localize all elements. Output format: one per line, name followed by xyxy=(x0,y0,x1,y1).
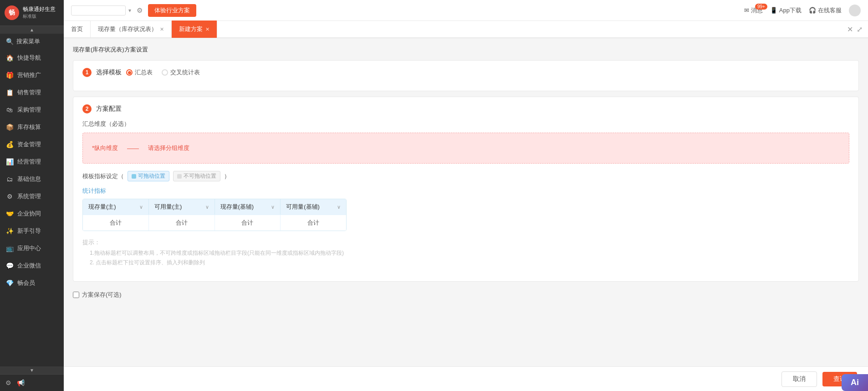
headset-icon: 🎧 xyxy=(809,7,816,14)
nav-label-10: 企业协同 xyxy=(17,210,41,218)
sidebar-nav: 🏠 快捷导航 🎁 营销推广 📋 销售管理 🛍 采购管理 📦 库存核算 💰 资金管… xyxy=(0,49,64,366)
sidebar-logo: 畅 畅康通好生意 标准版 xyxy=(0,0,64,26)
radio-cross-circle xyxy=(162,69,168,76)
stats-col-3[interactable]: 可用量(基辅) ∨ xyxy=(281,199,346,215)
radio-cross[interactable]: 交叉统计表 xyxy=(162,68,200,77)
close-icon[interactable]: ✕ xyxy=(847,25,853,34)
sidebar-item-member[interactable]: 💎 畅会员 xyxy=(0,274,64,292)
cancel-button[interactable]: 取消 xyxy=(781,371,817,387)
topbar-app-download[interactable]: 📱 App下载 xyxy=(770,6,802,15)
stats-col-2[interactable]: 现存量(基辅) ∨ xyxy=(215,199,281,215)
app-edition: 标准版 xyxy=(23,13,56,20)
service-label: 在线客服 xyxy=(818,6,842,15)
inventory-icon: 📦 xyxy=(5,123,14,131)
template-settings: 模板指标设定（ 可拖动位置 不可拖动位置 ） xyxy=(82,171,849,181)
home-icon: 🏠 xyxy=(5,54,14,62)
gift-icon: 🎁 xyxy=(5,71,14,79)
topbar-service[interactable]: 🎧 在线客服 xyxy=(809,6,842,15)
save-checkbox[interactable] xyxy=(73,292,79,298)
sidebar-item-operations[interactable]: 📊 经营管理 xyxy=(0,153,64,170)
topbar-user[interactable] xyxy=(849,5,861,16)
sidebar-item-search[interactable]: 🔍 搜索菜单 xyxy=(0,34,64,49)
app-label: App下载 xyxy=(779,6,802,15)
operations-icon: 📊 xyxy=(5,158,14,166)
tab-home[interactable]: 首页 xyxy=(64,21,91,38)
sidebar-item-sales[interactable]: 📋 销售管理 xyxy=(0,84,64,101)
stats-col-1[interactable]: 可用量(主) ∨ xyxy=(149,199,215,215)
sidebar-item-appcenter[interactable]: 📺 应用中心 xyxy=(0,240,64,257)
topbar-dropdown-icon[interactable]: ▾ xyxy=(128,7,131,14)
radio-cross-label: 交叉统计表 xyxy=(170,68,200,77)
dimension-picker[interactable]: *纵向维度 —— 请选择分组维度 xyxy=(82,133,849,164)
main-area: ▾ ⚙ 体验行业方案 ✉ 消息 99+ 📱 App下载 🎧 在线客服 xyxy=(64,0,868,391)
stats-col-2-chevron[interactable]: ∨ xyxy=(271,204,275,210)
config-section: 汇总维度（必选） *纵向维度 —— 请选择分组维度 模板指标设定（ 可拖动位置 xyxy=(82,120,849,267)
sidebar-item-inventory[interactable]: 📦 库存核算 xyxy=(0,118,64,136)
message-icon: ✉ xyxy=(744,7,749,14)
speaker-icon[interactable]: 📢 xyxy=(17,379,25,386)
dimension-required-text: *纵向维度 xyxy=(92,144,118,152)
sidebar-item-enterprise[interactable]: 🤝 企业协同 xyxy=(0,205,64,222)
topbar-search-input[interactable] xyxy=(71,5,126,15)
tab-inventory-label: 现存量（库存状况表） xyxy=(98,25,157,33)
template-settings-text: 模板指标设定（ xyxy=(82,172,124,180)
topbar-gear-icon[interactable]: ⚙ xyxy=(137,6,143,15)
immovable-badge: 不可拖动位置 xyxy=(173,171,220,181)
close-paren: ） xyxy=(224,172,230,180)
tips-section: 提示： 1.拖动标题栏可以调整布局，不可跨维度或指标区域拖动栏目字段(只能在同一… xyxy=(82,238,849,267)
stats-section-label: 统计指标 xyxy=(82,187,849,195)
sidebar-item-basicinfo[interactable]: 🗂 基础信息 xyxy=(0,170,64,188)
stats-col-1-chevron[interactable]: ∨ xyxy=(205,204,209,210)
stats-cell-1: 合计 xyxy=(149,215,215,231)
sidebar-item-sysadmin[interactable]: ⚙ 系统管理 xyxy=(0,188,64,205)
tab-inventory-close[interactable]: ✕ xyxy=(160,26,164,32)
nav-label-1: 快捷导航 xyxy=(17,54,41,62)
radio-summary[interactable]: 汇总表 xyxy=(126,68,153,77)
sidebar-item-guide[interactable]: ✨ 新手引导 xyxy=(0,222,64,240)
sidebar-item-quicknav[interactable]: 🏠 快捷导航 xyxy=(0,49,64,67)
sidebar-item-wechat[interactable]: 💬 企业微信 xyxy=(0,257,64,274)
topbar-msg[interactable]: ✉ 消息 99+ xyxy=(744,6,763,15)
stats-col-0-chevron[interactable]: ∨ xyxy=(139,204,143,210)
template-radio-group: 汇总表 交叉统计表 xyxy=(126,68,200,77)
step1-label: 选择模板 xyxy=(96,68,122,77)
tab-expand-controls: ✕ ⤢ xyxy=(842,25,868,34)
member-icon: 💎 xyxy=(5,279,14,287)
trial-button[interactable]: 体验行业方案 xyxy=(148,4,196,17)
immovable-dot xyxy=(177,174,182,179)
settings-icon[interactable]: ⚙ xyxy=(5,379,11,386)
scroll-down[interactable]: ▼ xyxy=(0,366,64,374)
sidebar-item-finance[interactable]: 💰 资金管理 xyxy=(0,136,64,153)
nav-label-4: 采购管理 xyxy=(17,106,41,114)
step2-num: 2 xyxy=(82,104,92,113)
sysadmin-icon: ⚙ xyxy=(5,192,14,201)
movable-dot xyxy=(132,174,136,179)
scroll-up[interactable]: ▲ xyxy=(0,26,64,34)
save-label: 方案保存(可选) xyxy=(82,291,122,299)
tabbar: 首页 现存量（库存状况表） ✕ 新建方案 ✕ ✕ ⤢ xyxy=(64,21,868,38)
logo-icon: 畅 xyxy=(5,5,19,20)
tab-new-scheme[interactable]: 新建方案 ✕ xyxy=(172,21,217,38)
nav-label-12: 应用中心 xyxy=(17,244,41,252)
ai-float-button[interactable]: Ai xyxy=(842,374,868,391)
appcenter-icon: 📺 xyxy=(5,244,14,252)
expand-icon[interactable]: ⤢ xyxy=(857,25,863,34)
topbar-search-area: ▾ xyxy=(71,5,131,15)
sidebar-item-marketing[interactable]: 🎁 营销推广 xyxy=(0,67,64,84)
radio-summary-label: 汇总表 xyxy=(135,68,153,77)
tab-new-close[interactable]: ✕ xyxy=(205,26,209,32)
sales-icon: 📋 xyxy=(5,88,14,97)
bottom-bar: 取消 查询 xyxy=(64,366,868,391)
sidebar-item-purchase[interactable]: 🛍 采购管理 xyxy=(0,101,64,118)
purchase-icon: 🛍 xyxy=(5,106,14,114)
stats-cell-3: 合计 xyxy=(281,215,346,231)
stats-col-2-label: 现存量(基辅) xyxy=(220,203,254,211)
stats-col-0[interactable]: 现存量(主) ∨ xyxy=(83,199,149,215)
nav-label-14: 畅会员 xyxy=(17,279,35,287)
tab-new-label: 新建方案 xyxy=(179,25,203,33)
dimension-dash: —— xyxy=(127,145,139,152)
step2-header: 2 方案配置 xyxy=(82,104,849,113)
nav-label-3: 销售管理 xyxy=(17,88,41,97)
tab-inventory[interactable]: 现存量（库存状况表） ✕ xyxy=(91,21,172,38)
stats-col-3-chevron[interactable]: ∨ xyxy=(337,204,341,210)
